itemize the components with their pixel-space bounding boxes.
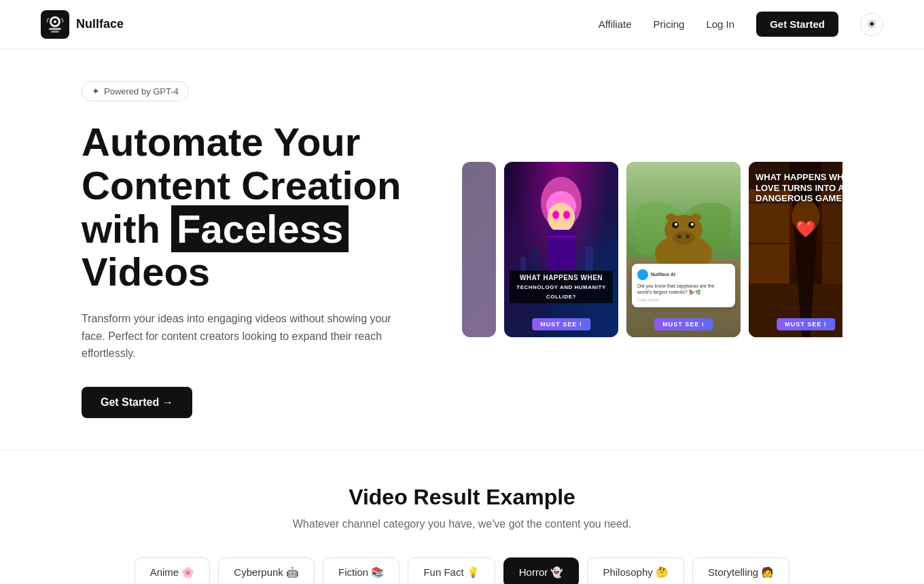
category-tab-fiction[interactable]: Fiction 📚 — [323, 557, 399, 584]
gpt4-badge: ✦ Powered by GPT-4 — [82, 81, 189, 101]
svg-point-10 — [552, 211, 559, 219]
categories-title: Video Result Example — [41, 485, 883, 510]
svg-rect-5 — [51, 31, 59, 33]
gpt-badge-icon: ✦ — [92, 86, 100, 97]
svg-point-29 — [666, 213, 677, 222]
romance-overlay-text: WHAT HAPPENS WHEN LOVE TURNS INTO A DANG… — [756, 172, 842, 204]
category-tab-anime[interactable]: Anime 🌸 — [135, 557, 211, 584]
svg-point-27 — [675, 223, 677, 226]
hero-left: ✦ Powered by GPT-4 Automate Your Content… — [82, 81, 421, 418]
headline-line1: Automate Your — [82, 120, 360, 164]
tweet-body: Did you know that capybaras are the worl… — [637, 283, 730, 295]
romance-heart: ❤️ — [796, 220, 816, 239]
category-tab-philosophy[interactable]: Philosophy 🤔 — [587, 557, 684, 584]
login-link[interactable]: Log In — [706, 18, 734, 30]
tweet-header: Nullface AI — [637, 269, 730, 280]
romance-must-see: MUST SEE ! — [777, 318, 835, 330]
headline-line2: Content Creation — [82, 163, 401, 207]
hero-section: ✦ Powered by GPT-4 Automate Your Content… — [0, 49, 924, 450]
tweet-actions: Copy Listen — [637, 298, 730, 302]
svg-point-11 — [563, 211, 570, 219]
category-tab-horror[interactable]: Horror 👻 — [503, 557, 580, 584]
cyberpunk-overlay-top: WHAT HAPPENS WHEN TECHNOLOGY AND HUMANIT… — [510, 271, 613, 303]
category-tab-storytelling[interactable]: Storytelling 🧑 — [692, 557, 789, 584]
sun-icon: ☀ — [867, 18, 876, 31]
hero-subtext: Transform your ideas into engaging video… — [82, 310, 394, 362]
svg-point-24 — [686, 235, 690, 239]
video-card-cyberpunk: WHAT HAPPENS WHEN TECHNOLOGY AND HUMANIT… — [504, 162, 618, 337]
gpt-badge-text: Powered by GPT-4 — [104, 86, 179, 97]
tweet-avatar — [637, 269, 648, 280]
svg-point-22 — [673, 231, 694, 245]
svg-point-30 — [690, 213, 701, 222]
pricing-link[interactable]: Pricing — [654, 18, 685, 30]
category-tab-cyberpunk[interactable]: Cyberpunk 🤖 — [218, 557, 315, 584]
tweet-username: Nullface AI — [651, 272, 675, 277]
svg-rect-12 — [547, 230, 575, 271]
capybara-must-see: MUST SEE ! — [654, 318, 713, 330]
categories-subtitle: Whatever channel category you have, we'v… — [41, 518, 883, 530]
headline-highlight: Faceless — [171, 205, 349, 252]
categories-section: Video Result Example Whatever channel ca… — [0, 450, 924, 584]
theme-toggle-button[interactable]: ☀ — [860, 13, 883, 36]
video-card-partial-left — [462, 162, 496, 337]
affiliate-link[interactable]: Affiliate — [599, 18, 632, 30]
video-card-romance: WHAT HAPPENS WHEN LOVE TURNS INTO A DANG… — [749, 162, 842, 337]
logo-icon — [41, 10, 69, 39]
cyberpunk-overlay-text: WHAT HAPPENS WHEN TECHNOLOGY AND HUMANIT… — [504, 267, 618, 307]
headline-line4: Videos — [82, 250, 210, 294]
svg-rect-4 — [49, 28, 61, 30]
navbar: Nullface Affiliate Pricing Log In Get St… — [0, 0, 924, 49]
category-tab-fun-fact[interactable]: Fun Fact 💡 — [408, 557, 495, 584]
get-started-hero-button[interactable]: Get Started → — [82, 387, 192, 418]
headline-line3-prefix: with — [82, 207, 171, 251]
cyberpunk-must-see: MUST SEE ! — [532, 318, 590, 330]
nav-links: Affiliate Pricing Log In Get Started ☀ — [599, 12, 883, 37]
logo-text: Nullface — [76, 17, 124, 31]
svg-point-28 — [691, 223, 694, 226]
get-started-nav-button[interactable]: Get Started — [756, 12, 838, 37]
svg-point-23 — [677, 235, 681, 239]
hero-video-cards: WHAT HAPPENS WHEN TECHNOLOGY AND HUMANIT… — [462, 162, 842, 337]
capybara-tweet-overlay: Nullface AI Did you know that capybaras … — [632, 264, 735, 307]
video-card-capybara: Nullface AI Did you know that capybaras … — [626, 162, 741, 337]
logo-link[interactable]: Nullface — [41, 10, 124, 39]
hero-headline: Automate Your Content Creation with Face… — [82, 120, 421, 294]
svg-point-9 — [548, 203, 575, 233]
category-tabs: Anime 🌸Cyberpunk 🤖Fiction 📚Fun Fact 💡Hor… — [41, 557, 883, 584]
svg-point-3 — [54, 20, 56, 23]
